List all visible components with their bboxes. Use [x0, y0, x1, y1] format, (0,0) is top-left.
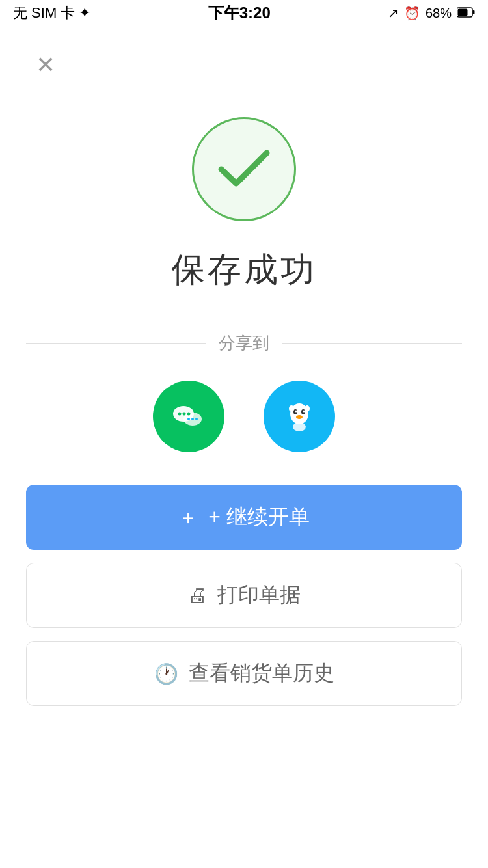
plus-icon: ＋ — [178, 504, 198, 531]
svg-point-16 — [296, 415, 303, 419]
close-button[interactable]: ✕ — [20, 39, 72, 91]
svg-point-15 — [303, 411, 305, 413]
status-bar: 无 SIM 卡 ✦ 下午3:20 ↗ ⏰ 68% — [0, 0, 488, 26]
share-section: 分享到 — [26, 332, 462, 452]
print-button[interactable]: 🖨 打印单据 — [26, 563, 462, 628]
svg-point-8 — [187, 418, 190, 420]
svg-rect-2 — [458, 8, 468, 16]
svg-point-5 — [178, 413, 182, 416]
svg-rect-1 — [473, 10, 475, 14]
history-button[interactable]: 🕐 查看销货单历史 — [26, 641, 462, 706]
battery-level: 68% — [426, 6, 452, 21]
wechat-icon — [169, 397, 208, 436]
main-content: 保存成功 分享到 — [0, 91, 488, 868]
svg-point-10 — [195, 418, 198, 420]
sim-status: 无 SIM 卡 ✦ — [13, 3, 90, 23]
location-icon: ↗ — [388, 5, 399, 21]
svg-point-18 — [305, 405, 310, 412]
action-buttons: ＋ + 继续开单 🖨 打印单据 🕐 查看销货单历史 — [26, 485, 462, 706]
checkmark-icon — [218, 150, 270, 189]
alarm-icon: ⏰ — [404, 5, 420, 21]
share-label: 分享到 — [219, 332, 269, 355]
status-right: ↗ ⏰ 68% — [388, 5, 475, 21]
divider-left — [26, 343, 206, 344]
continue-order-button[interactable]: ＋ + 继续开单 — [26, 485, 462, 550]
status-time: 下午3:20 — [208, 3, 271, 23]
printer-icon: 🖨 — [187, 584, 207, 606]
svg-point-6 — [183, 413, 186, 416]
divider-right — [282, 343, 462, 344]
qq-icon — [280, 397, 319, 436]
svg-point-14 — [295, 411, 297, 413]
svg-point-7 — [187, 413, 191, 416]
history-label: 查看销货单历史 — [189, 659, 334, 688]
share-divider: 分享到 — [26, 332, 462, 355]
history-icon: 🕐 — [154, 662, 178, 685]
share-icons-row — [26, 381, 462, 452]
share-wechat-button[interactable] — [153, 381, 224, 452]
svg-point-17 — [289, 405, 294, 412]
print-label: 打印单据 — [217, 581, 301, 610]
svg-point-9 — [191, 418, 194, 420]
continue-order-label: + 继续开单 — [208, 503, 310, 532]
battery-icon — [457, 6, 475, 21]
share-qq-button[interactable] — [264, 381, 335, 452]
success-title: 保存成功 — [171, 247, 317, 293]
success-icon-circle — [192, 117, 296, 221]
close-icon: ✕ — [36, 51, 55, 79]
svg-point-19 — [293, 422, 306, 431]
status-left: 无 SIM 卡 ✦ — [13, 3, 90, 23]
